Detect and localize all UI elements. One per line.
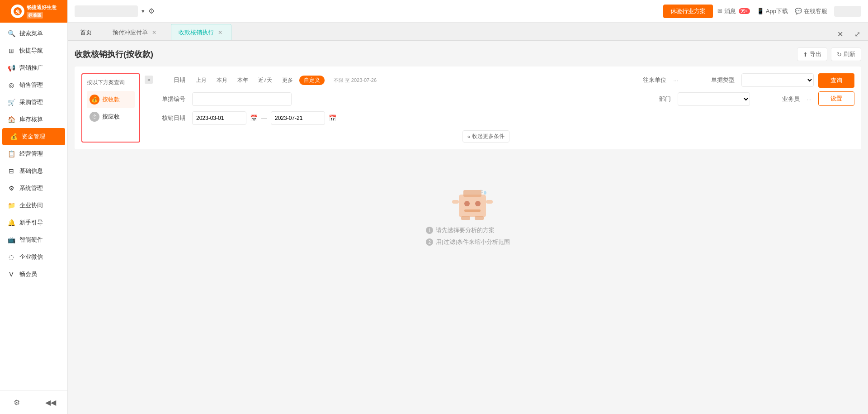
svg-rect-8 [486,200,493,204]
sidebar-label-finance: 资金管理 [22,133,45,141]
sidebar-label-hardware: 智能硬件 [19,236,43,244]
sidebar-icon-guide: 🔔 [7,219,16,226]
tab-collection[interactable]: 收款核销执行 ✕ [171,24,231,40]
user-display [75,5,138,17]
filter-option-collection[interactable]: 💰 按收款 [87,91,135,108]
tabbar: 首页 预付冲应付单 ✕ 收款核销执行 ✕ ✕ ⤢ [68,23,868,41]
sidebar-item-search-menu[interactable]: 🔍 搜索菜单 [0,25,67,42]
calendar-start-icon[interactable]: 📅 [250,114,258,122]
sidebar-item-enterprise[interactable]: 📁 企业协同 [0,197,67,214]
sidebar-icon-purchase: 🛒 [7,99,16,106]
date-this-year[interactable]: 本年 [234,75,252,86]
svg-rect-9 [461,216,470,220]
sidebar-menu: 🔍 搜索菜单 ⊞ 快捷导航 📢 营销推广 ◎ 销售管理 🛒 采购管理 🏠 库存核… [0,23,67,390]
filter-settings-button[interactable]: 设置 [818,91,854,106]
sidebar-icon-wechat: ◌ [7,253,16,261]
page-header: 收款核销执行(按收款) ⬆ 导出 ↻ 刷新 [75,48,861,61]
calendar-end-icon[interactable]: 📅 [329,114,336,122]
user-avatar-area[interactable] [834,6,861,17]
sidebar-icon-business: 📋 [7,150,16,157]
verify-date-label: 核销日期 [158,114,185,122]
refresh-button[interactable]: ↻ 刷新 [831,48,861,61]
settings-bottom-btn[interactable]: ⚙ [9,395,24,409]
sidebar-item-purchase[interactable]: 🛒 采购管理 [0,94,67,111]
date-options: 上月 本月 本年 近7天 更多 自定义 [192,75,325,86]
sidebar-item-inventory[interactable]: 🏠 库存核算 [0,111,67,128]
sidebar-item-business[interactable]: 📋 经营管理 [0,145,67,162]
filter-option-receivable-label: 按应收 [102,113,120,121]
sidebar-icon-hardware: 📺 [7,236,16,243]
dept-select[interactable] [678,92,750,106]
online-service-item[interactable]: 💬 在线客服 [795,7,827,15]
sidebar-label-guide: 新手引导 [19,219,43,227]
close-tab-btn[interactable]: ✕ [834,28,846,40]
tab-prepay-close[interactable]: ✕ [151,29,158,36]
doc-type-select[interactable] [741,73,814,87]
collapse-more-row: « 收起更多条件 [158,130,814,143]
svg-rect-7 [452,200,459,204]
tab-collection-close[interactable]: ✕ [217,29,224,36]
industry-plan-button[interactable]: 休验行业方案 [663,5,713,18]
export-button[interactable]: ⬆ 导出 [797,48,827,61]
sidebar-icon-basic-info: ⊟ [7,167,16,175]
collapse-toggle-btn[interactable]: « [145,76,153,84]
doc-no-input[interactable] [192,92,292,106]
partner-label: 往来单位 [639,76,666,84]
filter-form: 日期 上月 本月 本年 近7天 更多 自定义 不限 至 2023-07-26 往… [158,73,814,143]
expand-tab-btn[interactable]: ⤢ [851,28,863,40]
page-title: 收款核销执行(按收款) [75,49,153,60]
sidebar-icon-system: ⚙ [7,185,16,192]
tab-home[interactable]: 首页 [72,24,99,40]
export-icon: ⬆ [803,51,808,58]
sidebar-item-quick-nav[interactable]: ⊞ 快捷导航 [0,42,67,59]
date-custom[interactable]: 自定义 [299,76,325,85]
sidebar-label-basic-info: 基础信息 [19,167,43,175]
main-area: ▾ ⚙ 休验行业方案 ✉ 消息 99+ 📱 App下载 💬 在线客服 首页 [68,0,868,414]
query-button[interactable]: 查询 [818,73,854,88]
partner-dots: ··· [673,77,678,84]
settings-icon[interactable]: ⚙ [148,7,155,15]
verify-date-end-input[interactable] [271,111,325,125]
sidebar-item-marketing[interactable]: 📢 营销推广 [0,59,67,76]
sidebar-item-system[interactable]: ⚙ 系统管理 [0,180,67,197]
service-icon: 💬 [795,8,802,14]
sidebar-item-guide[interactable]: 🔔 新手引导 [0,214,67,231]
sidebar-icon-sales: ◎ [7,81,16,89]
empty-step-2: 2 用[过滤]条件来缩小分析范围 [426,238,509,246]
svg-point-4 [464,201,470,206]
tab-prepay-label: 预付冲应付单 [113,29,148,37]
dept-label: 部门 [644,95,671,103]
svg-text:兔: 兔 [15,9,20,14]
collapse-more-button[interactable]: « 收起更多条件 [462,130,510,143]
app-download-item[interactable]: 📱 App下载 [757,7,788,15]
sidebar-item-member[interactable]: V 畅会员 [0,266,67,283]
date-range-separator: — [261,115,267,122]
message-item[interactable]: ✉ 消息 99+ [717,7,750,15]
step-2-num: 2 [426,238,433,246]
date-last-month[interactable]: 上月 [192,75,210,86]
filter-option-collection-label: 按收款 [102,95,120,104]
verify-date-start-input[interactable] [192,111,246,125]
dropdown-icon[interactable]: ▾ [142,8,145,14]
sidebar-item-finance[interactable]: 💰 资金管理 [2,128,65,145]
sidebar-item-sales[interactable]: ◎ 销售管理 [0,76,67,94]
sidebar-item-basic-info[interactable]: ⊟ 基础信息 [0,162,67,180]
refresh-icon: ↻ [837,51,842,58]
date-this-month[interactable]: 本月 [213,75,231,86]
sidebar-item-wechat[interactable]: ◌ 企业微信 [0,248,67,266]
collection-icon: 💰 [90,95,99,105]
sidebar-label-member: 畅会员 [19,270,37,278]
date-7days[interactable]: 近7天 [255,75,276,86]
date-more[interactable]: 更多 [278,75,297,86]
filter-sidebar: 按以下方案查询 💰 按收款 ⏱ 按应收 [81,73,140,143]
collapse-sidebar-btn[interactable]: ◀◀ [43,395,58,409]
filter-option-receivable[interactable]: ⏱ 按应收 [87,108,135,125]
sidebar-label-sales: 销售管理 [19,81,43,89]
page-actions: ⬆ 导出 ↻ 刷新 [797,48,861,61]
content-area: 收款核销执行(按收款) ⬆ 导出 ↻ 刷新 按以下方案查询 💰 按收款 [68,41,868,414]
app-logo: 兔 畅捷通好生意 标准版 [0,0,67,23]
sidebar-label-wechat: 企业微信 [19,253,43,261]
sidebar-item-hardware[interactable]: 📺 智能硬件 [0,231,67,248]
tab-prepay[interactable]: 预付冲应付单 ✕ [105,24,165,40]
sidebar-icon-finance: 💰 [9,133,18,140]
